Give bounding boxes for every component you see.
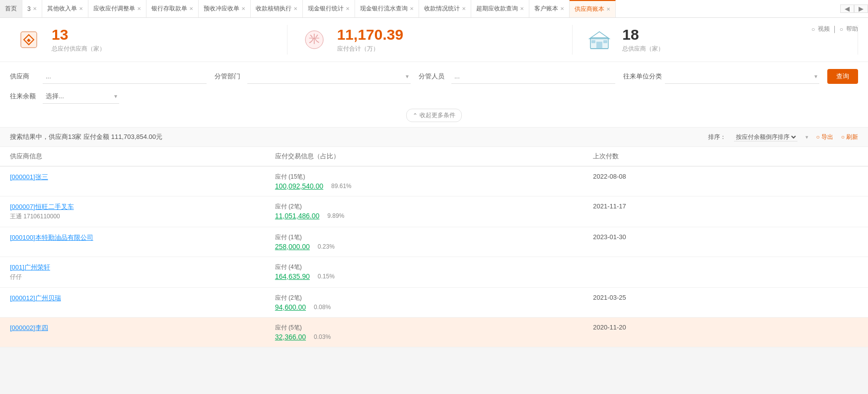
total-suppliers-label: 总供应商（家）: [622, 45, 664, 53]
person-input[interactable]: [451, 69, 615, 84]
nav-tab-payment-verify[interactable]: 收款核销执行 ✕: [251, 0, 303, 17]
refresh-icon: ○: [841, 133, 845, 140]
last-pay-5: 2021-03-25: [593, 294, 752, 301]
supplier-sub-2: 王通 17106110000: [10, 212, 275, 221]
header-last-pay: 上次付数: [593, 152, 752, 161]
transaction-info-3: 应付 (1笔) 258,000.00 0.23%: [275, 233, 593, 251]
supplier-link-5[interactable]: [000012]广州贝瑞: [10, 294, 61, 302]
transaction-info-6: 应付 (5笔) 32,366.00 0.03%: [275, 324, 593, 341]
transaction-amount-1[interactable]: 100,092,540.00: [275, 182, 323, 190]
nav-prev-arrow[interactable]: ◀: [840, 4, 854, 13]
transaction-pct-5: 0.08%: [314, 304, 331, 311]
close-icon[interactable]: ✕: [79, 6, 83, 11]
nav-tab-3[interactable]: 3 ✕: [22, 0, 42, 17]
nav-tab-ar-ap-adjust[interactable]: 应收应付调整单 ✕: [88, 0, 146, 17]
close-icon[interactable]: ✕: [137, 6, 141, 11]
table-row: [000007]恒旺二手叉车 王通 17106110000 应付 (2笔) 11…: [0, 197, 868, 227]
transaction-pct-2: 9.89%: [327, 212, 344, 219]
nav-tab-overdue-ar[interactable]: 超期应收款查询 ✕: [471, 0, 529, 17]
total-suppliers-text: 18 总供应商（家）: [622, 26, 664, 53]
supplier-link-3[interactable]: [000100]本特勤油品有限公司: [10, 234, 93, 241]
table-row: [000012]广州贝瑞 应付 (2笔) 94,600.00 0.08% 202…: [0, 288, 868, 318]
supplier-info-3: [000100]本特勤油品有限公司: [10, 233, 275, 242]
nav-tab-receipt-stat[interactable]: 收款情况统计 ✕: [419, 0, 471, 17]
transaction-amount-3[interactable]: 258,000.00: [275, 243, 310, 251]
close-icon[interactable]: ✕: [293, 6, 297, 11]
last-pay-1: 2022-08-08: [593, 173, 752, 180]
nav-tab-bank-deposit[interactable]: 银行存取款单 ✕: [146, 0, 199, 17]
balance-select-wrapper: 选择... 有余额 无余额 全部 ▾: [43, 89, 119, 104]
nav-tab-cash-bank-stat[interactable]: 现金银行统计 ✕: [303, 0, 355, 17]
search-button[interactable]: 查询: [827, 69, 858, 84]
ap-suppliers-label: 总应付供应商（家）: [52, 45, 105, 53]
total-suppliers-number: 18: [622, 26, 664, 43]
supplier-link-6[interactable]: [000002]李四: [10, 324, 48, 331]
supplier-info-6: [000002]李四: [10, 324, 275, 332]
supplier-info-1: [000001]张三: [10, 173, 275, 182]
transaction-amount-4[interactable]: 164,635.90: [275, 272, 310, 280]
nav-tab-pre-receive[interactable]: 预收冲应收单 ✕: [199, 0, 251, 17]
close-icon[interactable]: ✕: [560, 6, 564, 11]
ap-amount-text: 11,170.39 应付合计（万）: [337, 26, 403, 53]
export-button[interactable]: ○ 导出: [816, 133, 833, 141]
diamond-icon: ◆: [14, 25, 44, 55]
table-row: [000002]李四 应付 (5笔) 32,366.00 0.03% 2020-…: [0, 318, 868, 347]
header-extra: [752, 152, 859, 161]
table-header: 供应商信息 应付交易信息（占比） 上次付数: [0, 147, 868, 167]
header-supplier: 供应商信息: [10, 152, 275, 161]
close-icon[interactable]: ✕: [462, 6, 466, 11]
close-icon[interactable]: ✕: [346, 6, 350, 11]
supplier-link-4[interactable]: [001]广州荣轩: [10, 263, 50, 271]
close-icon[interactable]: ✕: [241, 6, 245, 11]
summary-item-ap-suppliers: ◆ 13 总应付供应商（家）: [10, 25, 288, 55]
close-icon[interactable]: ✕: [520, 6, 524, 11]
ap-amount-number: 11,170.39: [337, 26, 403, 43]
filter-row-1: 供应商 分管部门 ▾ 分管人员 往来单位分类 ▾ 查询: [10, 69, 858, 84]
table-row: [000001]张三 应付 (15笔) 100,092,540.00 89.61…: [0, 167, 868, 197]
nav-arrows: ◀ ▶: [840, 4, 868, 13]
table-row: [001]广州荣轩 仔仔 应付 (4笔) 164,635.90 0.15%: [0, 257, 868, 288]
refresh-button[interactable]: ○ 刷新: [841, 133, 858, 141]
nav-tab-other-income[interactable]: 其他收入单 ✕: [42, 0, 88, 17]
last-pay-2: 2021-11-17: [593, 202, 752, 210]
supplier-link-2[interactable]: [000007]恒旺二手叉车: [10, 203, 74, 210]
dept-label: 分管部门: [215, 72, 244, 81]
dept-select[interactable]: [247, 72, 411, 80]
transaction-amount-5[interactable]: 94,600.00: [275, 303, 306, 311]
supplier-link-1[interactable]: [000001]张三: [10, 173, 48, 181]
nav-tab-customer-ledger[interactable]: 客户账本 ✕: [529, 0, 570, 17]
ap-amount-label: 应付合计（万）: [337, 45, 403, 53]
ap-suppliers-text: 13 总应付供应商（家）: [52, 26, 105, 53]
data-table: 供应商信息 应付交易信息（占比） 上次付数 [000001]张三 应付 (15笔…: [0, 147, 868, 347]
transaction-pct-4: 0.15%: [318, 273, 335, 280]
supplier-info-4: [001]广州荣轩 仔仔: [10, 263, 275, 281]
nav-tab-supplier-ledger[interactable]: 供应商账本 ✕: [570, 0, 616, 17]
nav-next-arrow[interactable]: ▶: [854, 4, 868, 13]
close-icon[interactable]: ✕: [410, 6, 414, 11]
help-link[interactable]: 帮助: [846, 25, 858, 33]
video-link[interactable]: 视频: [818, 25, 830, 33]
close-icon[interactable]: ✕: [606, 6, 610, 12]
nav-tab-home[interactable]: 首页: [0, 0, 22, 17]
filter-dept: 分管部门 ▾: [215, 69, 411, 84]
nav-tab-cash-bank-flow[interactable]: 现金银行流水查询 ✕: [355, 0, 419, 17]
close-icon[interactable]: ✕: [33, 6, 37, 11]
close-icon[interactable]: ✕: [189, 6, 193, 11]
balance-select[interactable]: 选择... 有余额 无余额 全部: [43, 92, 119, 100]
header-transaction: 应付交易信息（占比）: [275, 152, 593, 161]
category-select-wrapper: ▾: [665, 69, 820, 84]
transaction-amount-6[interactable]: 32,366.00: [275, 333, 306, 341]
category-select[interactable]: [665, 72, 820, 80]
last-pay-6: 2020-11-20: [593, 324, 752, 331]
supplier-label: 供应商: [10, 72, 40, 81]
supplier-input[interactable]: [43, 69, 207, 84]
sort-select[interactable]: 按应付余额倒序排序 按应付余额升序排序 按名称排序: [734, 133, 797, 141]
transaction-amount-2[interactable]: 11,051,486.00: [275, 212, 320, 220]
filter-category: 往来单位分类 ▾: [623, 69, 820, 84]
collapse-button[interactable]: ⌃ 收起更多条件: [406, 109, 462, 122]
top-right-links: ○ 视频 │ ○ 帮助: [811, 25, 858, 33]
transaction-pct-3: 0.23%: [318, 243, 335, 250]
balance-label: 往来余额: [10, 92, 40, 101]
supplier-sub-4: 仔仔: [10, 273, 275, 281]
svg-text:◆: ◆: [27, 37, 31, 43]
